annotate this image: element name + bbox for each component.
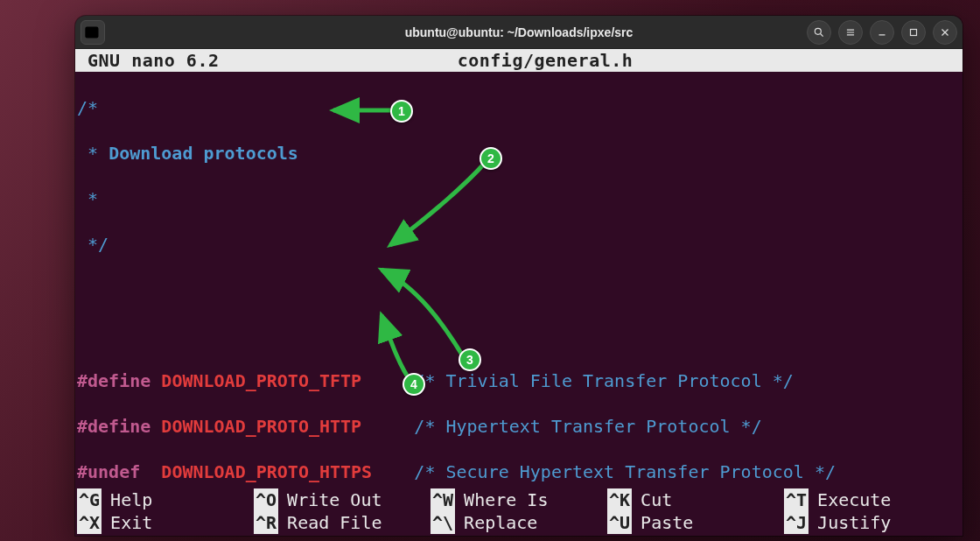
- code-line: */: [77, 234, 108, 255]
- svg-rect-0: [85, 26, 98, 38]
- inline-comment: /* Secure Hypertext Transfer Protocol */: [414, 461, 836, 482]
- terminal-window: ubuntu@ubuntu: ~/Downloads/ipxe/src GNU …: [75, 16, 962, 536]
- nano-shortcut-bar: ^GHelp ^OWrite Out ^WWhere Is ^KCut ^TEx…: [75, 488, 962, 536]
- macro-name: DOWNLOAD_PROTO_TFTP: [161, 370, 361, 391]
- new-tab-button[interactable]: [80, 20, 105, 45]
- svg-rect-9: [911, 29, 917, 35]
- minimize-button[interactable]: [870, 20, 894, 45]
- shortcut-key[interactable]: ^R: [254, 511, 278, 534]
- macro-name: DOWNLOAD_PROTO_HTTPS: [161, 461, 372, 482]
- code-line: *: [77, 143, 108, 164]
- shortcut-label: Paste: [640, 511, 693, 534]
- shortcut-label: Write Out: [287, 488, 382, 511]
- preproc-keyword: #define: [77, 370, 150, 391]
- inline-comment: /* Hypertext Transfer Protocol */: [414, 416, 761, 437]
- blank-line: [77, 324, 961, 347]
- shortcut-label: Exit: [110, 511, 152, 534]
- shortcut-key[interactable]: ^J: [784, 511, 808, 534]
- blank-line: [77, 278, 961, 301]
- shortcut-label: Where Is: [464, 488, 548, 511]
- shortcut-label: Justify: [817, 511, 891, 534]
- shortcut-key[interactable]: ^T: [784, 488, 808, 511]
- shortcut-key[interactable]: ^K: [607, 488, 632, 511]
- code-line: /*: [77, 97, 98, 118]
- titlebar: ubuntu@ubuntu: ~/Downloads/ipxe/src: [75, 16, 962, 49]
- maximize-button[interactable]: [901, 20, 926, 45]
- editor-area[interactable]: /* * Download protocols * */ #define DOW…: [75, 72, 962, 488]
- shortcut-key[interactable]: ^O: [254, 488, 278, 511]
- maximize-icon: [907, 26, 920, 39]
- code-line: *: [77, 188, 98, 209]
- shortcut-label: Read File: [287, 511, 382, 534]
- svg-point-3: [815, 28, 821, 34]
- search-button[interactable]: [807, 20, 831, 45]
- close-icon: [939, 26, 951, 39]
- shortcut-label: Cut: [640, 488, 672, 511]
- svg-line-4: [821, 33, 823, 36]
- close-button[interactable]: [933, 20, 957, 45]
- macro-name: DOWNLOAD_PROTO_HTTP: [161, 416, 361, 437]
- preproc-keyword: #define: [77, 416, 150, 437]
- inline-comment: /* Trivial File Transfer Protocol */: [414, 370, 793, 391]
- shortcut-label: Replace: [464, 511, 537, 534]
- shortcut-key[interactable]: ^X: [77, 511, 102, 534]
- shortcut-label: Execute: [817, 488, 891, 511]
- minimize-icon: [876, 26, 888, 39]
- shortcut-key[interactable]: ^W: [430, 488, 455, 511]
- shortcut-label: Help: [110, 488, 152, 511]
- nano-file-name: config/general.h: [130, 49, 961, 72]
- new-tab-icon: [81, 21, 104, 44]
- nano-header: GNU nano 6.2 config/general.h: [75, 49, 962, 72]
- hamburger-menu-button[interactable]: [838, 20, 863, 45]
- section-title: Download protocols: [108, 143, 298, 164]
- shortcut-key[interactable]: ^\: [430, 511, 455, 534]
- search-icon: [813, 26, 825, 39]
- shortcut-key[interactable]: ^G: [77, 488, 102, 511]
- preproc-keyword: #undef: [77, 461, 140, 482]
- hamburger-icon: [844, 26, 857, 39]
- shortcut-key[interactable]: ^U: [607, 511, 632, 534]
